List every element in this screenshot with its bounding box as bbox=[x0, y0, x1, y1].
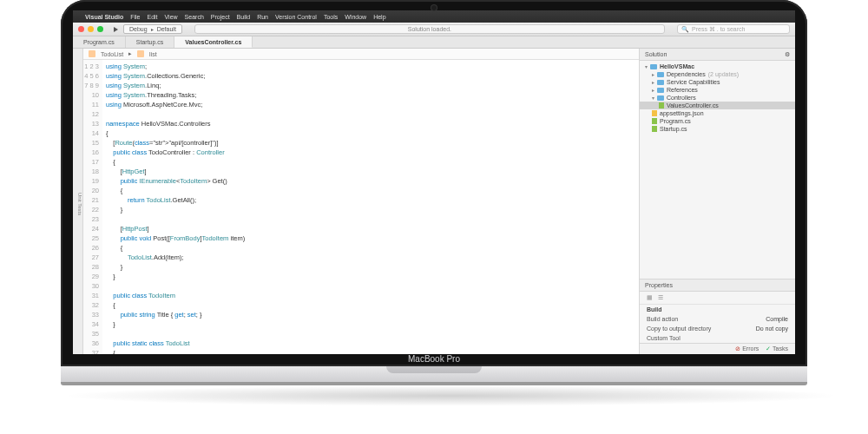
prop-row-custom-tool[interactable]: Custom Tool bbox=[640, 333, 795, 343]
menu-project[interactable]: Project bbox=[211, 14, 230, 20]
solution-header-label: Solution bbox=[645, 51, 667, 57]
field-icon bbox=[137, 50, 144, 57]
target-label: Default bbox=[157, 26, 176, 32]
line-gutter: 1 2 3 4 5 6 7 8 9 10 11 12 13 14 15 16 1… bbox=[83, 60, 102, 354]
prop-key: Custom Tool bbox=[647, 335, 788, 341]
props-section-label: Build bbox=[647, 306, 662, 312]
laptop-brand: MacBook Pro bbox=[408, 354, 460, 364]
menu-tools[interactable]: Tools bbox=[324, 14, 338, 20]
gear-icon[interactable]: ⚙ bbox=[785, 51, 790, 58]
properties-header-label: Properties bbox=[645, 282, 673, 288]
breadcrumb[interactable]: TodoList ▸ list bbox=[83, 49, 639, 60]
app-window: Visual Studio File Edit View Search Proj… bbox=[73, 10, 795, 354]
tab-program[interactable]: Program.cs bbox=[73, 36, 126, 48]
editor-tabs: Program.cs Startup.cs ValuesController.c… bbox=[73, 36, 795, 49]
macos-menubar: Visual Studio File Edit View Search Proj… bbox=[73, 10, 795, 23]
search-input[interactable]: 🔍 Press ⌘ . to search bbox=[677, 24, 790, 34]
props-category-icon[interactable]: ▦ bbox=[647, 294, 653, 301]
toolbar: Debug ▸ Default Solution loaded. 🔍 Press… bbox=[73, 23, 795, 36]
search-icon: 🔍 bbox=[681, 26, 689, 33]
code-editor[interactable]: 1 2 3 4 5 6 7 8 9 10 11 12 13 14 15 16 1… bbox=[83, 60, 639, 354]
chevron-right-icon: ▸ bbox=[128, 50, 132, 57]
status-footer: ⊘ Errors ✓ Tasks bbox=[640, 343, 795, 354]
menu-build[interactable]: Build bbox=[237, 14, 251, 20]
tree-node[interactable]: appsettings.json bbox=[640, 109, 795, 117]
crumb-class: TodoList bbox=[101, 51, 123, 57]
props-alpha-icon[interactable]: ☰ bbox=[658, 294, 663, 301]
tree-node[interactable]: Program.cs bbox=[640, 117, 795, 125]
window-zoom-button[interactable] bbox=[97, 26, 103, 32]
chevron-right-icon: ▸ bbox=[151, 26, 154, 32]
menu-file[interactable]: File bbox=[130, 14, 140, 20]
menu-view[interactable]: View bbox=[165, 14, 178, 20]
menu-help[interactable]: Help bbox=[373, 14, 385, 20]
solution-pane-header: Solution ⚙ bbox=[640, 49, 795, 61]
menu-edit[interactable]: Edit bbox=[148, 14, 158, 20]
prop-value: Compile bbox=[766, 316, 788, 322]
prop-row-build-action[interactable]: Build actionCompile bbox=[640, 314, 795, 324]
errors-label: Errors bbox=[742, 345, 759, 352]
code-area[interactable]: using System; using System.Collections.G… bbox=[102, 60, 639, 354]
tree-root[interactable]: ▾ HelloVSMac bbox=[640, 62, 795, 70]
app-menu[interactable]: Visual Studio bbox=[85, 14, 123, 20]
status-bar: Solution loaded. bbox=[194, 24, 665, 34]
window-close-button[interactable] bbox=[78, 26, 84, 32]
status-text: Solution loaded. bbox=[408, 26, 451, 32]
rail-unit-tests[interactable]: Unit Tests bbox=[77, 193, 82, 215]
tasks-button[interactable]: ✓ Tasks bbox=[766, 345, 788, 352]
tab-valuescontroller[interactable]: ValuesController.cs bbox=[174, 36, 253, 48]
drop-shadow bbox=[61, 385, 842, 406]
prop-key: Copy to output directory bbox=[647, 326, 756, 332]
prop-value: Do not copy bbox=[756, 326, 788, 332]
camera-icon bbox=[431, 5, 437, 10]
solution-tree[interactable]: ▾ HelloVSMac▸ Dependencies (2 updates)▸ … bbox=[640, 61, 795, 279]
prop-row-copy[interactable]: Copy to output directoryDo not copy bbox=[640, 324, 795, 333]
tree-node[interactable]: ▸ References bbox=[640, 86, 795, 94]
config-selector[interactable]: Debug ▸ Default bbox=[123, 24, 182, 34]
tree-node[interactable]: Startup.cs bbox=[640, 125, 795, 133]
search-placeholder: Press ⌘ . to search bbox=[692, 26, 745, 33]
window-minimize-button[interactable] bbox=[88, 26, 94, 32]
run-button[interactable] bbox=[114, 27, 118, 32]
properties-pane-header: Properties bbox=[640, 279, 795, 292]
class-icon bbox=[89, 50, 95, 57]
crumb-member: list bbox=[149, 51, 157, 57]
left-sidebar: Unit Tests Document Outline Toolbox bbox=[73, 49, 83, 354]
menu-run[interactable]: Run bbox=[257, 14, 268, 20]
menu-search[interactable]: Search bbox=[185, 14, 204, 20]
tree-node[interactable]: ▾ Controllers bbox=[640, 94, 795, 102]
menu-window[interactable]: Window bbox=[345, 14, 366, 20]
tree-node[interactable]: ▸ Dependencies (2 updates) bbox=[640, 70, 795, 78]
prop-key: Build action bbox=[647, 316, 766, 322]
tree-node[interactable]: ValuesController.cs bbox=[640, 102, 795, 109]
tree-node[interactable]: ▸ Service Capabilities bbox=[640, 78, 795, 86]
config-label: Debug bbox=[129, 26, 148, 32]
menu-vcs[interactable]: Version Control bbox=[275, 14, 317, 20]
props-section: Build bbox=[640, 305, 795, 314]
errors-button[interactable]: ⊘ Errors bbox=[735, 345, 759, 352]
laptop-notch bbox=[386, 366, 482, 373]
tab-startup[interactable]: Startup.cs bbox=[126, 36, 175, 48]
tasks-label: Tasks bbox=[773, 345, 788, 352]
